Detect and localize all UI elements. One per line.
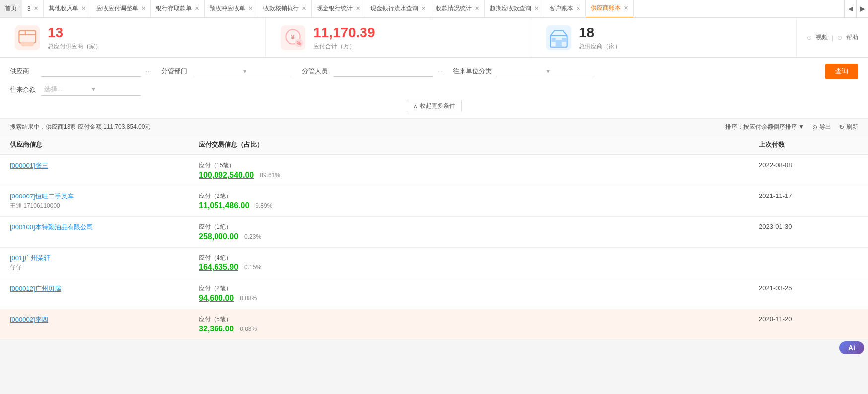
svg-rect-14	[556, 40, 562, 47]
payable-amount-label: 应付合计（万）	[313, 42, 375, 51]
close-cashflow-icon[interactable]: ✕	[421, 5, 426, 12]
supplier-link-4[interactable]: [000012]广州贝瑞	[10, 284, 199, 293]
close-tab3-icon[interactable]: ✕	[34, 5, 38, 12]
table-row: [000007]恒旺二手叉车 王通 17106110000 应付（2笔） 11,…	[0, 186, 868, 217]
tx-row-5: 32,366.00 0.03%	[199, 325, 759, 333]
supplier-icon	[15, 25, 40, 50]
cell-supplier-5: [000002]李四	[10, 315, 199, 324]
th-lastpay: 上次付数	[759, 140, 858, 149]
supplier-filter-input[interactable]	[41, 66, 141, 77]
dept-chevron-down-icon: ▼	[242, 68, 289, 74]
tx-amount-5[interactable]: 32,366.00	[199, 325, 234, 333]
tx-label-5: 应付（5笔）	[199, 315, 759, 324]
cell-lastpay-5: 2020-11-20	[759, 315, 858, 323]
svg-rect-6	[21, 42, 34, 46]
stat-card-suppliers: 13 总应付供应商（家）	[0, 18, 266, 57]
category-filter-label: 往来单位分类	[453, 67, 492, 76]
nav-payment-verify[interactable]: 收款核销执行 ✕	[258, 0, 312, 18]
supplier-filter-dots[interactable]: ···	[145, 67, 151, 75]
nav-overdue-ar[interactable]: 超期应收款查询 ✕	[485, 0, 544, 18]
dept-filter-label: 分管部门	[161, 67, 189, 76]
balance-filter-label: 往来余额	[10, 85, 37, 94]
person-filter-input[interactable]	[333, 66, 433, 77]
nav-tab3[interactable]: 3 ✕	[22, 0, 44, 18]
stat-card-total: 18 总供应商（家）	[531, 18, 797, 57]
tx-amount-1[interactable]: 11,051,486.00	[199, 201, 249, 210]
close-ar-ap-icon[interactable]: ✕	[141, 5, 145, 12]
refresh-button[interactable]: ↻ 刷新	[839, 123, 858, 131]
close-paystat-icon[interactable]: ✕	[475, 5, 479, 12]
export-button[interactable]: ⊙ 导出	[812, 123, 831, 131]
supplier-link-0[interactable]: [000001]张三	[10, 161, 199, 170]
nav-cash-flow[interactable]: 现金银行流水查询 ✕	[365, 0, 431, 18]
tx-row-4: 94,600.00 0.08%	[199, 294, 759, 303]
refresh-icon: ↻	[839, 124, 844, 131]
person-filter-label: 分管人员	[302, 67, 329, 76]
balance-filter-select[interactable]: 选择... ▼	[41, 83, 141, 96]
tx-row-1: 11,051,486.00 9.89%	[199, 201, 759, 210]
category-chevron-down-icon: ▼	[545, 68, 592, 74]
category-filter-select[interactable]: ▼	[496, 67, 595, 76]
filter-row-1: 供应商 ··· 分管部门 ▼ 分管人员 ··· 往来单位分类 ▼ 查询	[10, 64, 858, 79]
cell-transaction-2: 应付（1笔） 258,000.00 0.23%	[199, 223, 759, 241]
close-cashstat-icon[interactable]: ✕	[356, 5, 360, 12]
nav-supplier-book[interactable]: 供应商账本 ✕	[586, 0, 634, 18]
nav-other-income[interactable]: 其他收入单 ✕	[44, 0, 91, 18]
close-payverify-icon[interactable]: ✕	[302, 5, 306, 12]
close-custbook-icon[interactable]: ✕	[576, 5, 580, 12]
table-row: [000001]张三 应付（15笔） 100,092,540.00 89.61%…	[0, 155, 868, 186]
nav-ar-ap-adjust[interactable]: 应收应付调整单 ✕	[91, 0, 151, 18]
main-table: 供应商信息 应付交易信息（占比） 上次付数 [000001]张三 应付（15笔）…	[0, 135, 868, 340]
tx-amount-4[interactable]: 94,600.00	[199, 294, 234, 303]
top-nav: 首页 3 ✕ 其他收入单 ✕ 应收应付调整单 ✕ 银行存取款单 ✕ 预收冲应收单…	[0, 0, 868, 18]
cell-transaction-3: 应付（4笔） 164,635.90 0.15%	[199, 254, 759, 272]
nav-customer-book[interactable]: 客户账本 ✕	[544, 0, 586, 18]
cell-supplier-0: [000001]张三	[10, 161, 199, 170]
stat-card-payable-content: 11,170.39 应付合计（万）	[313, 24, 375, 51]
svg-text:%: %	[297, 40, 301, 46]
search-button[interactable]: 查询	[825, 64, 858, 79]
divider: |	[832, 34, 833, 41]
suppliers-count-value: 13	[48, 24, 101, 41]
close-prepay-icon[interactable]: ✕	[248, 5, 253, 12]
dept-filter-select[interactable]: ▼	[193, 67, 292, 76]
person-filter-dots[interactable]: ···	[437, 67, 443, 75]
cell-supplier-4: [000012]广州贝瑞	[10, 284, 199, 293]
cell-lastpay-2: 2023-01-30	[759, 223, 858, 230]
nav-bank-deposit[interactable]: 银行存取款单 ✕	[151, 0, 205, 18]
tx-amount-3[interactable]: 164,635.90	[199, 263, 238, 272]
close-other-income-icon[interactable]: ✕	[81, 5, 86, 12]
nav-payment-stat[interactable]: 收款情况统计 ✕	[431, 0, 485, 18]
collapse-button[interactable]: ∧ 收起更多条件	[407, 100, 462, 112]
supplier-link-3[interactable]: [001]广州荣轩	[10, 254, 199, 263]
supplier-link-5[interactable]: [000002]李四	[10, 315, 199, 324]
sort-chevron-down-icon[interactable]: ▼	[798, 123, 804, 130]
result-info: 搜索结果中，供应商13家 应付金额 111,703,854.00元	[10, 123, 150, 131]
cell-transaction-1: 应付（2笔） 11,051,486.00 9.89%	[199, 192, 759, 210]
nav-prepay-offset[interactable]: 预收冲应收单 ✕	[205, 0, 258, 18]
close-bank-icon[interactable]: ✕	[195, 5, 199, 12]
tx-amount-0[interactable]: 100,092,540.00	[199, 171, 254, 180]
filter-person: 分管人员 ···	[302, 66, 443, 77]
supplier-link-2[interactable]: [000100]本特勤油品有限公司	[10, 223, 199, 232]
supplier-sub-3: 仔仔	[10, 263, 199, 272]
tx-percent-1: 9.89%	[255, 202, 272, 209]
nav-next-button[interactable]: ▶	[856, 0, 868, 18]
collapse-label: 收起更多条件	[420, 102, 455, 110]
video-link[interactable]: 视频	[816, 33, 828, 42]
cell-transaction-5: 应付（5笔） 32,366.00 0.03%	[199, 315, 759, 333]
stat-card-suppliers-content: 13 总应付供应商（家）	[48, 24, 101, 51]
close-supplierbook-icon[interactable]: ✕	[624, 5, 628, 11]
cell-supplier-3: [001]广州荣轩 仔仔	[10, 254, 199, 272]
supplier-link-1[interactable]: [000007]恒旺二手叉车	[10, 192, 199, 201]
table-header: 供应商信息 应付交易信息（占比） 上次付数	[0, 135, 868, 155]
close-overdue-icon[interactable]: ✕	[534, 5, 539, 12]
tx-percent-3: 0.15%	[244, 264, 261, 271]
help-link[interactable]: 帮助	[846, 33, 858, 42]
tx-amount-2[interactable]: 258,000.00	[199, 232, 238, 241]
nav-cash-bank-stat[interactable]: 现金银行统计 ✕	[312, 0, 365, 18]
cell-supplier-2: [000100]本特勤油品有限公司	[10, 223, 199, 232]
nav-prev-button[interactable]: ◀	[844, 0, 856, 18]
cell-transaction-0: 应付（15笔） 100,092,540.00 89.61%	[199, 161, 759, 180]
nav-home[interactable]: 首页	[0, 0, 22, 18]
